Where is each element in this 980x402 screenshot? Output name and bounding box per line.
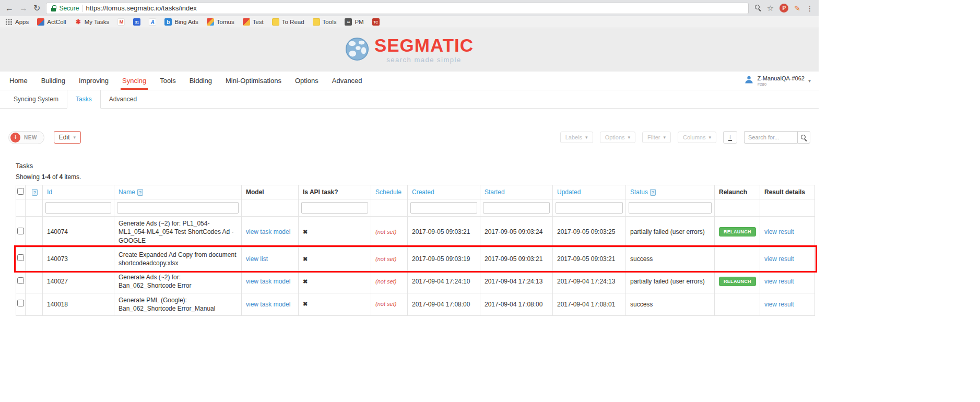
columns-dropdown[interactable]: Columns [678, 132, 716, 143]
table-filter-row [16, 199, 815, 217]
segmatic-logo[interactable]: SEGMATIC search made simple [345, 36, 474, 64]
nav-item-advanced[interactable]: Advanced [325, 72, 369, 90]
user-menu[interactable]: Z-ManualQA-#062 #280 [745, 72, 816, 90]
tasks-table: ? Id Name? Model Is API task? Schedule C… [16, 185, 815, 316]
bookmark-test[interactable]: Test [243, 18, 264, 26]
browser-menu-icon[interactable]: ⋮ [806, 4, 813, 13]
search-input[interactable] [744, 131, 797, 144]
subnav-item-syncing-system[interactable]: Syncing System [5, 90, 67, 108]
row-checkbox[interactable] [17, 254, 24, 261]
column-header-status[interactable]: Status [630, 188, 648, 196]
filter-updated-input[interactable] [556, 202, 623, 214]
task-row-highlighted: 140073 Create Expanded Ad Copy from docu… [16, 247, 815, 270]
subnav-item-advanced[interactable]: Advanced [101, 90, 145, 108]
started-value: 2017-09-05 09:03:21 [480, 247, 553, 270]
column-header-started[interactable]: Started [485, 188, 505, 196]
apps-button[interactable]: Apps [5, 18, 29, 26]
filter-created-input[interactable] [410, 202, 477, 214]
result-link[interactable]: view result [764, 255, 794, 263]
new-button[interactable]: NEW [8, 131, 44, 144]
url-text: https://tomus.segmatic.io/tasks/index [86, 4, 196, 12]
search-button[interactable] [797, 131, 810, 144]
filter-status-input[interactable] [629, 202, 712, 214]
nav-item-improving[interactable]: Improving [72, 72, 115, 90]
user-name: Z-ManualQA-#062 [757, 75, 805, 81]
relaunch-button[interactable]: RELAUNCH [719, 227, 756, 237]
help-icon[interactable]: ? [32, 189, 38, 196]
column-header-schedule[interactable]: Schedule [375, 188, 402, 196]
model-link[interactable]: view task model [246, 301, 290, 308]
column-header-name[interactable]: Name [119, 188, 135, 196]
task-id: 140074 [43, 217, 114, 248]
bookmark-a[interactable]: A [149, 18, 156, 26]
export-button[interactable]: ↓ [723, 131, 737, 144]
column-header-id[interactable]: Id [47, 188, 52, 196]
bookmark-my-tasks[interactable]: ✱My Tasks [75, 18, 110, 26]
result-link[interactable]: view result [764, 278, 794, 285]
updated-value: 2017-09-05 09:03:25 [553, 217, 626, 248]
filter-name-input[interactable] [117, 202, 239, 214]
test-icon [243, 18, 250, 26]
bookmark-label: ActColl [47, 19, 66, 25]
help-icon[interactable]: ? [137, 189, 143, 196]
refresh-icon[interactable]: ↻ [33, 4, 40, 13]
labels-dropdown[interactable]: Labels [560, 132, 593, 143]
bookmark-bing-ads[interactable]: bBing Ads [164, 18, 198, 26]
nav-item-options[interactable]: Options [288, 72, 325, 90]
nav-item-syncing[interactable]: Syncing [115, 72, 153, 90]
browser-window: ← → ↻ Secure https://tomus.segmatic.io/t… [0, 0, 819, 316]
subnav-item-tasks[interactable]: Tasks [67, 90, 101, 109]
bookmark-label: Tools [323, 19, 337, 25]
row-checkbox[interactable] [17, 277, 24, 284]
bookmark-gmail[interactable]: M [117, 18, 125, 26]
back-icon[interactable]: ← [5, 4, 14, 13]
filter-started-input[interactable] [483, 202, 550, 214]
bookmark-calendar[interactable]: 31 [133, 18, 140, 26]
task-row: 140027 Generate Ads (~2) for: Ban_062_Sh… [16, 270, 815, 293]
forward-icon[interactable]: → [19, 4, 28, 13]
is-api-flag: ✖ [299, 247, 371, 270]
zoom-indicator-icon[interactable] [754, 4, 761, 13]
model-link[interactable]: view task model [246, 228, 290, 235]
column-header-created[interactable]: Created [412, 188, 434, 196]
help-icon[interactable]: ? [650, 189, 656, 196]
bookmark-tomus[interactable]: Tomus [207, 18, 234, 26]
options-dropdown[interactable]: Options [600, 132, 635, 143]
bookmark-tools[interactable]: Tools [313, 18, 337, 26]
bookmark-star-icon[interactable]: ☆ [767, 4, 774, 12]
extension-pencil-icon[interactable]: ✎ [794, 4, 800, 13]
column-header-updated[interactable]: Updated [557, 188, 581, 196]
nav-item-building[interactable]: Building [34, 72, 72, 90]
bookmark-to-read[interactable]: To Read [272, 18, 304, 26]
result-link[interactable]: view result [764, 301, 794, 308]
summary-range: 1-4 [41, 173, 50, 181]
bookmark-tc[interactable]: TC [372, 18, 380, 26]
filter-id-input[interactable] [45, 202, 111, 214]
bookmark-actcoll[interactable]: ActColl [37, 18, 66, 26]
edit-dropdown[interactable]: Edit [54, 131, 81, 144]
bookmark-pm[interactable]: ∞PM [345, 18, 363, 26]
nav-item-bidding[interactable]: Bidding [183, 72, 219, 90]
row-checkbox[interactable] [17, 300, 24, 306]
nav-item-mini-optimisations[interactable]: Mini-Optimisations [219, 72, 288, 90]
summary-text: items. [63, 173, 81, 181]
model-link[interactable]: view list [246, 255, 268, 263]
logo-text-block: SEGMATIC search made simple [374, 36, 474, 64]
bookmark-label: Tomus [217, 19, 234, 25]
pm-icon: ∞ [345, 18, 352, 26]
address-bar[interactable]: Secure https://tomus.segmatic.io/tasks/i… [46, 3, 748, 14]
row-checkbox[interactable] [17, 228, 24, 234]
relaunch-button[interactable]: RELAUNCH [719, 277, 756, 286]
filter-is-api-input[interactable] [301, 202, 368, 214]
column-header-result-details: Result details [760, 185, 815, 199]
nav-item-tools[interactable]: Tools [153, 72, 182, 90]
result-link[interactable]: view result [764, 228, 794, 235]
select-all-checkbox[interactable] [17, 188, 24, 195]
model-link[interactable]: view task model [246, 278, 290, 285]
started-value: 2017-09-05 09:03:24 [480, 217, 553, 248]
gmail-icon: M [117, 18, 125, 26]
nav-item-home[interactable]: Home [3, 72, 34, 90]
magnifier-glyph [754, 4, 761, 11]
filter-dropdown[interactable]: Filter [642, 132, 671, 143]
extension-p-icon[interactable]: P [780, 4, 788, 13]
